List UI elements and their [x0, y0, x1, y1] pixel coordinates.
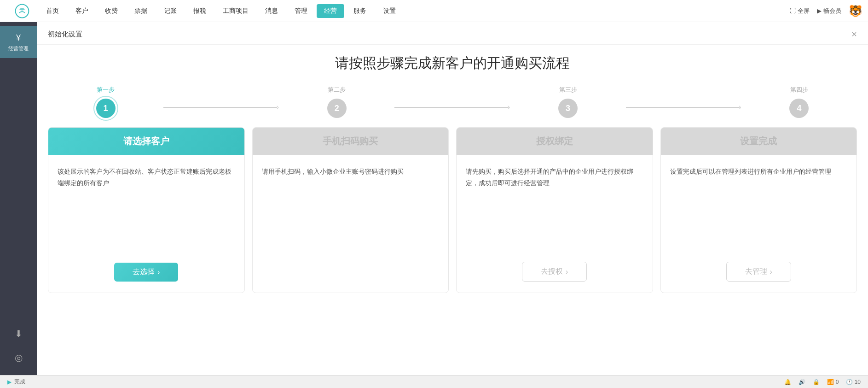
card-body-2: 请用手机扫码，输入小微企业主账号密码进行购买 — [253, 155, 449, 274]
top-nav: 首页 客户 收费 票据 记账 报税 工商项目 消息 管理 经营 服务 设置 ⛶ … — [0, 0, 868, 22]
card-footer-4: 去管理 › — [661, 254, 857, 293]
steps-wrapper: 请按照步骤完成新客户的开通购买流程 第一步 1 › 第二步 2 — [37, 45, 868, 293]
sidebar: ¥ 经营管理 ⬇ ◎ — [0, 22, 37, 375]
vip-icon: ▶ — [817, 7, 822, 14]
sidebar-download[interactable]: ⬇ — [0, 323, 37, 344]
nav-manage[interactable]: 管理 — [287, 4, 315, 18]
card-header-3: 授权绑定 — [457, 128, 653, 155]
main-area: ¥ 经营管理 ⬇ ◎ 初始化设置 × 请按照步骤完成新客户的开通购买流程 第一步… — [0, 22, 868, 375]
nav-ticket[interactable]: 票据 — [127, 4, 155, 18]
status-bar: ▶ 完成 🔔 🔊 🔒 📶 0 🕐 10 — [0, 375, 868, 388]
fullscreen-icon: ⛶ — [790, 7, 796, 14]
connector-1: › — [163, 86, 279, 112]
nav-service[interactable]: 服务 — [346, 4, 374, 18]
svg-point-0 — [16, 4, 29, 18]
step-card-1: 请选择客户 该处展示的客户为不在回收站、客户状态正常建账后完成老板端绑定的所有客… — [48, 127, 245, 293]
step-card-3: 授权绑定 请先购买，购买后选择开通的产品中的企业用户进行授权绑定，成功后即可进行… — [456, 127, 653, 293]
sidebar-item-operation[interactable]: ¥ 经营管理 — [0, 26, 37, 58]
nav-items: 首页 客户 收费 票据 记账 报税 工商项目 消息 管理 经营 服务 设置 — [39, 4, 790, 18]
fullscreen-btn[interactable]: ⛶ 全屏 — [790, 7, 810, 15]
step-card-2: 手机扫码购买 请用手机扫码，输入小微企业主账号密码进行购买 — [252, 127, 449, 293]
go-auth-button[interactable]: 去授权 › — [522, 262, 587, 282]
card-body-4: 设置完成后可以在管理列表进行所有企业用户的经营管理 — [661, 155, 857, 254]
notification-icon[interactable]: 🔔 — [784, 379, 791, 385]
step-node-2: 第二步 2 — [279, 86, 394, 118]
nav-right: ⛶ 全屏 ▶ 畅会员 🐯 — [790, 5, 862, 18]
step-node-4: 第四步 4 — [741, 86, 857, 118]
step-label-4: 第四步 — [790, 86, 808, 94]
logo-icon — [15, 4, 29, 18]
steps-visual: 第一步 1 › 第二步 2 › — [48, 86, 857, 118]
step-circle-2: 2 — [327, 99, 347, 118]
nav-biz[interactable]: 工商项目 — [215, 4, 256, 18]
sidebar-help[interactable]: ◎ — [0, 347, 37, 368]
card-body-3: 请先购买，购买后选择开通的产品中的企业用户进行授权绑定，成功后即可进行经营管理 — [457, 155, 653, 254]
go-manage-button[interactable]: 去管理 › — [726, 262, 791, 282]
play-icon: ▶ — [7, 379, 12, 385]
clock: 🕐 10 — [846, 379, 861, 385]
step-circle-3: 3 — [558, 99, 578, 118]
nav-customer[interactable]: 客户 — [68, 4, 96, 18]
nav-settings[interactable]: 设置 — [376, 4, 403, 18]
content-header: 初始化设置 × — [37, 22, 868, 45]
card-header-4: 设置完成 — [661, 128, 857, 155]
connector-3: › — [626, 86, 741, 112]
vip-btn[interactable]: ▶ 畅会员 — [817, 7, 841, 15]
logo[interactable] — [6, 0, 39, 22]
card-footer-1: 去选择 › — [48, 255, 244, 293]
card-body-1: 该处展示的客户为不在回收站、客户状态正常建账后完成老板端绑定的所有客户 — [48, 155, 244, 255]
card-footer-2 — [253, 274, 449, 293]
page-title: 初始化设置 — [48, 30, 82, 39]
card-header-1: 请选择客户 — [48, 128, 244, 155]
main-title: 请按照步骤完成新客户的开通购买流程 — [48, 54, 857, 73]
status-bar-left: ▶ 完成 — [7, 378, 25, 386]
network-status: 📶 0 — [827, 379, 839, 385]
step-node-3: 第三步 3 — [510, 86, 626, 118]
connector-2: › — [394, 86, 510, 112]
content: 初始化设置 × 请按照步骤完成新客户的开通购买流程 第一步 1 › — [37, 22, 868, 375]
close-button[interactable]: × — [851, 29, 857, 39]
status-text: 完成 — [14, 378, 25, 386]
nav-accounting[interactable]: 记账 — [156, 4, 184, 18]
volume-icon[interactable]: 🔊 — [799, 379, 805, 385]
step-circle-4: 4 — [789, 99, 809, 118]
step-node-1: 第一步 1 — [48, 86, 163, 118]
nav-fee[interactable]: 收费 — [98, 4, 125, 18]
step-card-4: 设置完成 设置完成后可以在管理列表进行所有企业用户的经营管理 去管理 › — [660, 127, 857, 293]
card-footer-3: 去授权 › — [457, 254, 653, 293]
nav-operation[interactable]: 经营 — [317, 4, 344, 18]
card-header-2: 手机扫码购买 — [253, 128, 449, 155]
step-label-2: 第二步 — [328, 86, 346, 94]
cards-row: 请选择客户 该处展示的客户为不在回收站、客户状态正常建账后完成老板端绑定的所有客… — [48, 127, 857, 293]
nav-home[interactable]: 首页 — [39, 4, 66, 18]
avatar[interactable]: 🐯 — [849, 5, 862, 18]
go-select-button[interactable]: 去选择 › — [114, 263, 178, 282]
step-label-1: 第一步 — [97, 86, 115, 94]
nav-message[interactable]: 消息 — [258, 4, 285, 18]
sidebar-bottom: ⬇ ◎ — [0, 323, 37, 375]
step-circle-1: 1 — [96, 99, 116, 118]
yuan-icon: ¥ — [13, 32, 24, 43]
nav-tax[interactable]: 报税 — [186, 4, 214, 18]
lock-icon[interactable]: 🔒 — [813, 379, 820, 385]
step-label-3: 第三步 — [559, 86, 577, 94]
status-bar-right: 🔔 🔊 🔒 📶 0 🕐 10 — [784, 379, 861, 385]
